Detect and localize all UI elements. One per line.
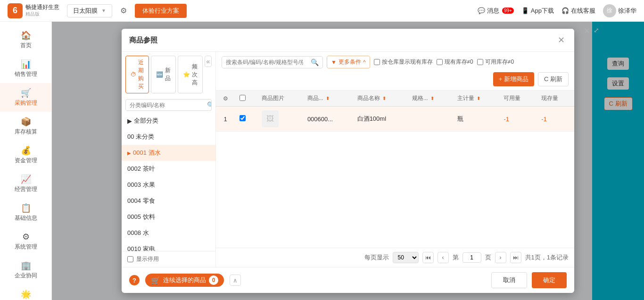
selected-count-badge: 0 [209,275,218,285]
content-area: ✕ ⤢ 查询 设置 C 刷新 商品参照 ✕ [52,22,644,300]
sidebar-item-operations[interactable]: 📈 经营管理 [0,169,51,198]
cancel-button[interactable]: 取消 [491,272,527,288]
category-search-icon[interactable]: 🔍 [204,100,212,110]
product-search-icon[interactable]: 🔍 [307,57,322,68]
col-stock-header: 现存量 [537,91,574,107]
page-number-label: 第 [453,253,459,262]
table-row[interactable]: 1 🖼 000600... 白酒100ml [216,107,574,132]
category-item-0008[interactable]: 0008 水 [122,225,215,241]
help-icon[interactable]: ? [129,275,140,285]
page-number-input[interactable] [462,252,481,263]
recent-purchases-button[interactable]: ⏱ 近期购买 [125,56,149,93]
modal-overlay: 商品参照 ✕ ⏱ 近期购买 🆕 新 [52,22,644,300]
category-item-0001[interactable]: ▶ 0001 酒水 [122,145,215,161]
logo-icon: 6 [8,3,23,18]
nonzero-stock-checkbox[interactable] [437,59,443,65]
category-item-0005[interactable]: 0005 饮料 [122,209,215,225]
user-nav-item[interactable]: 徐 徐泽华 [603,4,636,17]
inventory-icon: 📦 [21,117,31,127]
main-layout: 🏠 首页 📊 销售管理 🛒 采购管理 📦 库存核算 💰 资金管理 📈 经营管理 … [0,22,644,300]
sidebar-item-purchase[interactable]: 🛒 采购管理 [0,83,51,112]
sidebar-item-home[interactable]: 🏠 首页 [0,25,51,54]
col-code-header[interactable]: 商品... ⬍ [303,91,353,107]
toolbar-right: + 新增商品 C 刷新 [493,72,569,86]
nav-selector[interactable]: 日太阳膜 ▼ [67,4,112,17]
cart-area[interactable]: 🛒 连续选择的商品 0 [145,274,224,287]
category-search-box: 🔍 [125,99,212,111]
modal-header: 商品参照 ✕ [122,29,574,52]
col-settings-header[interactable]: ⚙ [216,91,235,107]
category-item-0003[interactable]: 0003 水果 [122,177,215,193]
active-arrow-icon: ▶ [127,150,131,156]
phone-icon: 📱 [521,7,529,14]
nonzero-stock-label: 现有库存≠0 [445,58,473,66]
enterprise-icon: 🏢 [21,260,31,271]
sidebar-item-sales[interactable]: 📊 销售管理 [0,54,51,83]
all-categories-item[interactable]: ▶ 全部分类 [122,113,215,129]
last-page-button[interactable]: ⏭ [510,252,521,263]
category-label-0008: 0008 水 [127,229,149,237]
category-item-0004[interactable]: 0004 零食 [122,193,215,209]
sidebar-item-enterprise[interactable]: 🏢 企业协同 [0,256,51,284]
category-label-0010: 0010 家电 [127,245,155,251]
finance-icon: 💰 [21,145,31,156]
category-search-input[interactable] [126,100,204,110]
select-all-checkbox[interactable] [239,95,246,101]
available-stock-checkbox[interactable] [477,59,483,65]
sort-icon: ⬍ [326,96,330,101]
add-product-button[interactable]: + 新增商品 [493,72,534,86]
sidebar-item-system[interactable]: ⚙ 系统管理 [0,227,51,256]
online-service-nav-item[interactable]: 🎧 在线客服 [561,7,595,15]
product-search-input[interactable] [222,57,307,67]
col-unit-header[interactable]: 主计量 ⬍ [453,91,499,107]
nav-selector-text: 日太阳膜 [73,7,98,15]
show-disabled-checkbox[interactable] [127,256,133,262]
modal-right-panel: 🔍 ▼ 更多条件 ^ 按仓库显示现有库存 [216,52,574,267]
confirm-button[interactable]: 确定 [532,272,567,288]
more-filters-button[interactable]: ▼ 更多条件 ^ [327,56,370,68]
col-spec-header[interactable]: 规格... ⬍ [407,91,453,107]
category-item-0002[interactable]: 0002 茶叶 [122,161,215,177]
warehouse-stock-filter[interactable]: 按仓库显示现有库存 [374,58,433,66]
col-image-header: 商品图片 [257,91,303,107]
product-search-box: 🔍 [222,56,323,68]
modal-left-panel: ⏱ 近期购买 🆕 新品 ⭐ 频次高 « [122,52,216,267]
sidebar-item-inventory[interactable]: 📦 库存核算 [0,112,51,141]
expand-icon: ▶ [127,117,132,125]
col-name-header[interactable]: 商品名称 ⬍ [353,91,407,107]
category-item-00[interactable]: 00 未分类 [122,129,215,145]
app-download-nav-item[interactable]: 📱 App下载 [521,7,554,15]
nonzero-stock-filter[interactable]: 现有库存≠0 [437,58,473,66]
home-icon: 🏠 [21,30,31,41]
sidebar-item-basic-info[interactable]: 📋 基础信息 [0,198,51,227]
per-page-select[interactable]: 50 20 100 [393,252,419,263]
first-page-button[interactable]: ⏮ [422,252,434,263]
row-name-cell: 白酒100ml [353,107,407,132]
sidebar-item-guide[interactable]: 🌟 新手引导 [0,284,51,300]
sidebar-item-finance[interactable]: 💰 资金管理 [0,141,51,169]
row-checkbox[interactable] [239,115,246,121]
sidebar-item-enterprise-label: 企业协同 [15,272,37,280]
row-available-cell: -1 [499,107,537,132]
collapse-button[interactable]: « [205,56,212,67]
trial-button[interactable]: 体验行业方案 [135,4,187,18]
modal-left-footer: 显示停用 [122,251,215,267]
message-nav-item[interactable]: 💬 消息 99+ [478,7,514,15]
category-item-0010[interactable]: 0010 家电 [122,241,215,251]
col-checkbox-header [235,91,257,107]
refresh-button[interactable]: C 刷新 [538,72,569,86]
available-stock-filter[interactable]: 可用库存≠0 [477,58,514,66]
next-page-button[interactable]: › [495,252,506,263]
row-code-cell: 000600... [303,107,353,132]
frequent-button[interactable]: ⭐ 频次高 [178,56,203,93]
category-label-0001: 0001 酒水 [133,149,161,157]
available-stock-label: 可用库存≠0 [485,58,514,66]
show-disabled-label[interactable]: 显示停用 [127,255,210,263]
new-products-button[interactable]: 🆕 新品 [151,56,176,93]
prev-page-button[interactable]: ‹ [438,252,449,263]
warehouse-stock-checkbox[interactable] [374,59,380,65]
modal-close-button[interactable]: ✕ [555,34,567,46]
sidebar-item-finance-label: 资金管理 [15,157,37,165]
gear-icon[interactable]: ⚙ [116,3,131,18]
collapse-cart-button[interactable]: ∧ [230,275,241,286]
